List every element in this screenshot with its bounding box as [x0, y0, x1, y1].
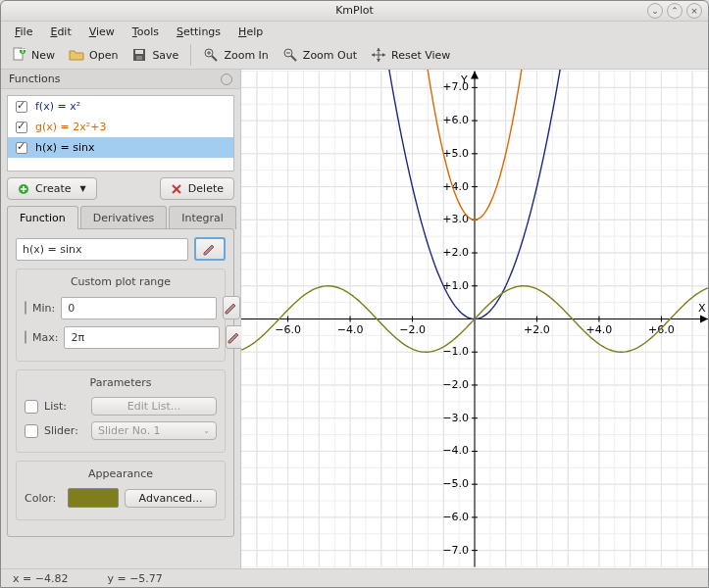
svg-text:+2.0: +2.0: [442, 246, 469, 259]
list-label: List:: [44, 400, 85, 413]
svg-text:−5.0: −5.0: [442, 477, 469, 490]
status-y: y = −5.77: [107, 572, 162, 585]
function-item-f[interactable]: f(x) = x²: [8, 96, 233, 117]
slider-select[interactable]: Slider No. 1⌄: [91, 421, 217, 440]
min-checkbox[interactable]: [25, 301, 26, 315]
svg-text:+3.0: +3.0: [442, 213, 469, 225]
menubar: File Edit View Tools Settings Help: [1, 22, 708, 42]
min-edit-button[interactable]: [223, 296, 240, 319]
close-button[interactable]: ×: [686, 3, 702, 19]
equation-edit-button[interactable]: [194, 237, 226, 261]
svg-text:−2.0: −2.0: [399, 323, 426, 336]
svg-text:−3.0: −3.0: [442, 412, 469, 424]
maximize-button[interactable]: ⌃: [667, 3, 683, 19]
functions-panel-header: Functions: [1, 70, 240, 89]
appearance-group: Appearance Color: Advanced...: [16, 461, 226, 520]
svg-text:Y: Y: [460, 74, 468, 86]
create-button[interactable]: Create▼: [7, 177, 97, 200]
svg-text:+6.0: +6.0: [442, 114, 469, 126]
max-checkbox[interactable]: [25, 330, 26, 344]
tab-function[interactable]: Function: [7, 206, 78, 229]
menu-edit[interactable]: Edit: [42, 23, 78, 41]
svg-text:−4.0: −4.0: [337, 323, 364, 336]
titlebar: KmPlot ⌄ ⌃ ×: [1, 1, 708, 22]
svg-text:−7.0: −7.0: [442, 544, 469, 557]
color-label: Color:: [25, 492, 62, 505]
svg-text:−2.0: −2.0: [442, 378, 469, 391]
menu-file[interactable]: File: [7, 23, 40, 41]
plot-area[interactable]: −6.0−4.0−2.0+2.0+4.0+6.0−7.0−6.0−5.0−4.0…: [241, 70, 708, 568]
toolbar: + New Open Save Zoom In Zoom Out Reset V…: [1, 42, 708, 70]
function-tab-body: Custom plot range Min: Max: Parameters: [7, 228, 234, 537]
svg-text:+2.0: +2.0: [524, 323, 550, 336]
minimize-button[interactable]: ⌄: [647, 3, 663, 19]
svg-text:X: X: [698, 302, 706, 315]
slider-label: Slider:: [44, 424, 85, 437]
toolbar-separator: [190, 44, 191, 66]
svg-text:−1.0: −1.0: [442, 345, 469, 358]
save-icon: [131, 47, 147, 63]
statusbar: x = −4.82 y = −5.77: [1, 568, 708, 587]
pencil-icon: [202, 241, 218, 257]
slider-checkbox[interactable]: [25, 424, 38, 438]
svg-text:+4.0: +4.0: [442, 180, 469, 193]
function-list[interactable]: f(x) = x² g(x) = 2x²+3 h(x) = sinx: [7, 95, 234, 172]
custom-plot-range-group: Custom plot range Min: Max:: [16, 269, 226, 362]
svg-text:+5.0: +5.0: [442, 147, 469, 160]
min-input[interactable]: [61, 297, 217, 319]
pencil-icon: [224, 300, 239, 316]
list-checkbox[interactable]: [25, 400, 38, 414]
zoom-out-icon: [282, 47, 298, 63]
sidepanel: Functions f(x) = x² g(x) = 2x²+3 h(x) = …: [1, 70, 241, 568]
svg-text:−6.0: −6.0: [275, 323, 301, 336]
svg-text:−4.0: −4.0: [442, 444, 469, 457]
function-item-g[interactable]: g(x) = 2x²+3: [8, 117, 233, 137]
open-button[interactable]: Open: [63, 43, 124, 67]
edit-list-button[interactable]: Edit List...: [91, 397, 217, 416]
tab-derivatives[interactable]: Derivatives: [80, 206, 167, 229]
reset-view-button[interactable]: Reset View: [365, 43, 456, 67]
advanced-button[interactable]: Advanced...: [125, 489, 217, 508]
status-x: x = −4.82: [13, 572, 68, 585]
new-icon: +: [11, 47, 26, 63]
new-button[interactable]: + New: [5, 43, 61, 67]
content: Functions f(x) = x² g(x) = 2x²+3 h(x) = …: [1, 70, 708, 568]
svg-line-7: [212, 56, 217, 61]
svg-line-11: [291, 56, 296, 61]
function-checkbox[interactable]: [16, 122, 27, 133]
chevron-down-icon: ⌄: [203, 426, 210, 435]
chevron-down-icon: ▼: [80, 184, 86, 193]
svg-rect-4: [135, 50, 143, 54]
reset-view-icon: [371, 47, 386, 63]
svg-rect-5: [136, 56, 142, 60]
zoom-in-icon: [203, 47, 219, 63]
window-title: KmPlot: [335, 4, 374, 17]
function-checkbox[interactable]: [16, 101, 27, 113]
tab-integral[interactable]: Integral: [169, 206, 236, 229]
max-input[interactable]: [64, 326, 220, 349]
delete-button[interactable]: Delete: [160, 177, 234, 200]
menu-help[interactable]: Help: [230, 23, 271, 41]
menu-settings[interactable]: Settings: [169, 23, 228, 41]
svg-text:+1.0: +1.0: [442, 279, 469, 292]
menu-view[interactable]: View: [81, 23, 123, 41]
svg-text:−6.0: −6.0: [442, 511, 469, 523]
svg-text:+4.0: +4.0: [586, 323, 613, 336]
color-swatch[interactable]: [68, 488, 119, 508]
save-button[interactable]: Save: [126, 43, 184, 67]
function-item-h[interactable]: h(x) = sinx: [8, 137, 233, 158]
equation-input[interactable]: [16, 238, 188, 261]
function-checkbox[interactable]: [16, 142, 27, 154]
svg-text:+: +: [18, 47, 26, 56]
plot-svg: −6.0−4.0−2.0+2.0+4.0+6.0−7.0−6.0−5.0−4.0…: [241, 70, 708, 568]
zoom-in-button[interactable]: Zoom In: [197, 43, 274, 67]
delete-icon: [171, 183, 182, 195]
svg-text:+6.0: +6.0: [648, 323, 675, 336]
max-label: Max:: [32, 331, 58, 344]
min-label: Min:: [32, 302, 55, 315]
menu-tools[interactable]: Tools: [125, 23, 167, 41]
zoom-out-button[interactable]: Zoom Out: [277, 43, 363, 67]
parameters-group: Parameters List: Edit List... Slider: Sl…: [16, 369, 226, 453]
create-icon: [18, 183, 29, 195]
collapse-button[interactable]: [221, 74, 232, 85]
